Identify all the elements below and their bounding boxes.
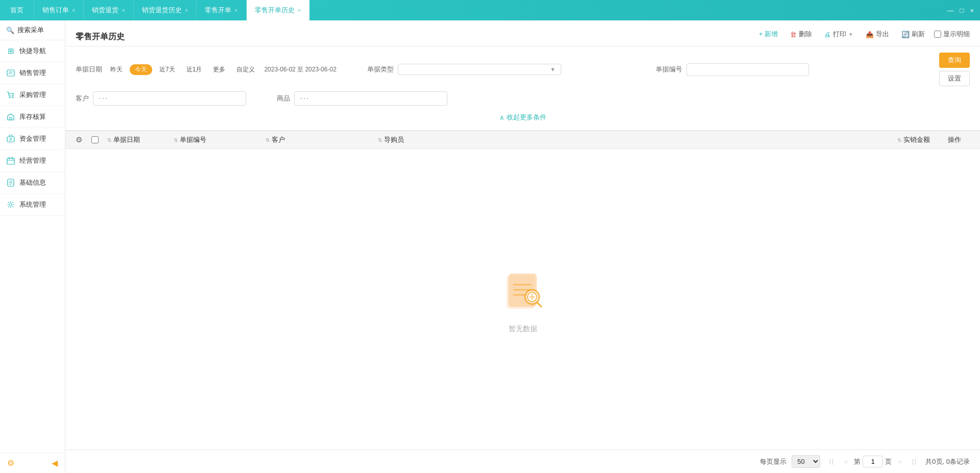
show-detail-checkbox[interactable]: 显示明细 [934,30,970,39]
col-num-label: 单据编号 [180,135,206,144]
sidebar-item-purchase-mgmt[interactable]: 采购管理 [0,84,65,106]
per-page-select[interactable]: 50 10 20 100 [792,455,820,468]
sidebar-item-finance[interactable]: 资金管理 [0,128,65,150]
sidebar-item-sales-mgmt-label: 销售管理 [19,68,46,78]
pagination: 每页显示 50 10 20 100 ⟨⟨ ＜ 第 页 ＞ ⟩⟩ 共0页, 0条记… [65,450,980,473]
close-button[interactable]: × [970,7,974,14]
filter-goods: 商品 ··· [277,91,447,106]
svg-rect-0 [7,70,14,76]
sidebar-item-operations[interactable]: 经营管理 [0,150,65,172]
show-detail-label: 显示明细 [943,30,970,39]
tab-sales-return-close[interactable]: × [122,7,125,13]
tab-sales-order-close[interactable]: × [72,7,75,13]
svg-point-15 [10,204,12,206]
svg-rect-5 [10,117,12,120]
tab-retail-open-close[interactable]: × [234,7,237,13]
customer-label: 客户 [76,94,89,103]
sidebar-item-basic-info[interactable]: 基础信息 [0,172,65,194]
collapse-label: 收起更多条件 [507,113,546,122]
page-number-input[interactable] [863,456,883,467]
col-header-date: ⇅ 单据日期 [103,135,170,144]
basic-info-icon [6,178,15,187]
sidebar-item-finance-label: 资金管理 [19,134,46,143]
date-custom[interactable]: 自定义 [232,64,259,75]
tab-home[interactable]: 首页 [0,0,34,20]
date-more[interactable]: 更多 [209,64,229,75]
tab-sales-return-history-label: 销货退货历史 [142,6,182,15]
delete-icon: 🗑 [790,31,797,38]
svg-point-4 [12,97,13,98]
sidebar-item-sales-mgmt[interactable]: 销售管理 [0,62,65,84]
window-controls: — □ × [941,7,980,14]
sidebar-item-inventory[interactable]: 库存核算 [0,106,65,128]
settings-button[interactable]: 设置 [939,71,970,86]
prev-page-button[interactable]: ＜ [840,456,852,468]
sort-icon-num[interactable]: ⇅ [174,137,178,143]
sidebar-item-quick-nav[interactable]: ⊞ 快捷导航 [0,40,65,62]
last-page-button[interactable]: ⟩⟩ [908,456,920,468]
column-settings-icon[interactable]: ⚙ [70,135,87,144]
filter-type: 单据类型 ▼ [367,64,635,75]
filter-date: 单据日期 昨天 今天 近7天 近1月 更多 自定义 2023-06-02 至 2… [76,64,337,75]
settings-icon[interactable]: ⚙ [7,458,14,468]
tab-sales-order[interactable]: 销售订单 × [34,0,84,20]
maximize-button[interactable]: □ [960,7,964,14]
customer-select[interactable]: ··· [93,91,246,106]
minimize-button[interactable]: — [947,7,954,14]
tab-sales-return[interactable]: 销货退货 × [84,0,133,20]
sort-icon-customer[interactable]: ⇅ [266,137,270,143]
tab-retail-open-history[interactable]: 零售开单历史 × [247,0,309,20]
select-all-checkbox[interactable] [91,136,99,143]
collapse-icon[interactable]: ◀ [52,458,58,468]
next-page-button[interactable]: ＞ [894,456,906,468]
tab-retail-open-history-close[interactable]: × [298,7,301,13]
tab-sales-return-history-close[interactable]: × [185,7,188,13]
svg-rect-9 [9,157,10,159]
refresh-label: 刷新 [912,30,925,39]
tab-retail-open[interactable]: 零售开单 × [197,0,246,20]
tab-sales-order-label: 销售订单 [42,6,69,15]
date-yesterday[interactable]: 昨天 [106,64,127,75]
page-header: 零售开单历史 + 新增 🗑 删除 🖨 打印 ▼ 📤 导出 🔄 [65,20,980,46]
type-select[interactable]: ▼ [398,64,561,75]
first-page-button[interactable]: ⟨⟨ [825,456,838,468]
sort-icon-amount[interactable]: ⇅ [897,137,901,143]
tab-bar: 首页 销售订单 × 销货退货 × 销货退货历史 × 零售开单 × 零售开单历史 … [0,0,941,20]
print-button[interactable]: 🖨 打印 ▼ [821,28,856,41]
collapse-more-btn[interactable]: ∧ 收起更多条件 [76,111,970,124]
top-bar: 首页 销售订单 × 销货退货 × 销货退货历史 × 零售开单 × 零售开单历史 … [0,0,980,20]
export-button[interactable]: 📤 导出 [863,28,892,41]
toolbar: + 新增 🗑 删除 🖨 打印 ▼ 📤 导出 🔄 刷新 [756,28,970,46]
sidebar-search[interactable]: 🔍 搜索采单 [0,20,65,40]
sort-icon-date[interactable]: ⇅ [107,137,111,143]
filter-panel: 单据日期 昨天 今天 近7天 近1月 更多 自定义 2023-06-02 至 2… [65,46,980,131]
sort-icon-guide[interactable]: ⇅ [378,137,382,143]
sidebar-item-system[interactable]: 系统管理 [0,194,65,216]
quick-nav-icon: ⊞ [6,46,15,56]
col-customer-label: 客户 [272,135,285,144]
export-label: 导出 [876,30,889,39]
svg-rect-10 [12,157,13,159]
print-icon: 🖨 [824,31,831,38]
date-today[interactable]: 今天 [130,64,152,75]
num-input[interactable] [686,63,809,76]
header-checkbox[interactable] [87,136,103,143]
date-label: 单据日期 [76,65,102,74]
tab-sales-return-history[interactable]: 销货退货历史 × [134,0,197,20]
sidebar-search-label: 搜索采单 [17,26,44,35]
add-button[interactable]: + 新增 [756,28,781,41]
goods-select[interactable]: ··· [294,91,447,106]
date-month[interactable]: 近1月 [182,64,206,75]
delete-button[interactable]: 🗑 删除 [787,28,815,41]
goods-label: 商品 [277,94,290,103]
search-icon: 🔍 [6,27,14,34]
date-7days[interactable]: 近7天 [155,64,179,75]
col-action-label: 操作 [948,135,961,144]
collapse-up-icon: ∧ [499,114,505,121]
date-range-value: 2023-06-02 至 2023-06-02 [264,65,336,74]
refresh-button[interactable]: 🔄 刷新 [898,28,928,41]
show-detail-input[interactable] [934,31,941,38]
svg-rect-8 [7,158,14,164]
query-button[interactable]: 查询 [939,53,970,68]
operations-icon [6,156,15,165]
